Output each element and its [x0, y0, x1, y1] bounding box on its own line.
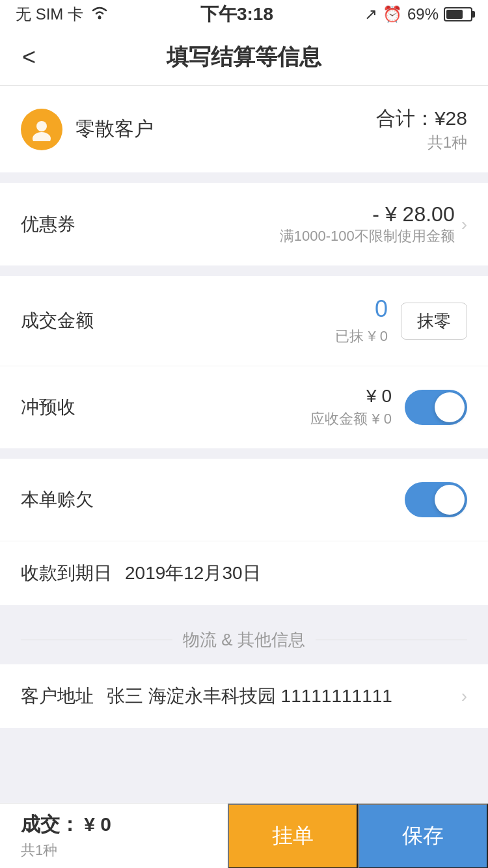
svg-point-2: [33, 132, 51, 141]
transaction-section: 成交金额 0 已抹 ¥ 0 抹零 冲预收 ¥ 0 应收金额 ¥ 0: [0, 276, 488, 448]
battery-percent: 69%: [407, 5, 439, 23]
amount-row-right: 0 已抹 ¥ 0 抹零: [335, 295, 467, 346]
address-chevron: ›: [461, 686, 467, 707]
bottom-summary: 成交： ¥ 0 共1种: [0, 811, 228, 860]
logistics-line-left: [21, 640, 172, 640]
page-title: 填写结算等信息: [167, 42, 321, 72]
pre-collection-right: ¥ 0 应收金额 ¥ 0: [310, 386, 467, 429]
coupon-label: 优惠券: [21, 212, 75, 237]
round-button[interactable]: 抹零: [401, 303, 467, 340]
alarm-icon: ⏰: [383, 5, 402, 23]
svg-point-1: [36, 121, 47, 131]
logistics-header: 物流 & 其他信息: [0, 616, 488, 664]
deal-label: 成交：: [21, 813, 79, 835]
amount-sub: 已抹 ¥ 0: [335, 327, 388, 346]
coupon-subtext: 满1000-100不限制使用金额: [280, 226, 455, 246]
coupon-discount: - ¥ 28.00: [280, 202, 455, 226]
status-bar: 无 SIM 卡 下午3:18 ↗ ⏰ 69%: [0, 0, 488, 29]
logistics-header-inner: 物流 & 其他信息: [21, 629, 467, 651]
customer-info: 零散客户: [21, 109, 154, 150]
status-time: 下午3:18: [200, 2, 273, 27]
amount-value: 0: [375, 295, 388, 323]
toggle-knob: [435, 392, 465, 422]
bottom-deal: 成交： ¥ 0: [21, 811, 207, 838]
status-right: ↗ ⏰ 69%: [364, 5, 472, 23]
total-count: 共1种: [376, 132, 467, 153]
deal-amount: ¥ 0: [84, 813, 111, 835]
hang-button[interactable]: 挂单: [228, 804, 358, 869]
amount-label: 成交金额: [21, 308, 94, 333]
pre-collection-amounts: ¥ 0 应收金额 ¥ 0: [310, 386, 392, 429]
pre-collection-toggle[interactable]: [405, 390, 467, 425]
bottom-bar: 成交： ¥ 0 共1种 挂单 保存: [0, 803, 488, 868]
coupon-chevron: ›: [461, 214, 467, 235]
status-left: 无 SIM 卡: [16, 4, 109, 25]
save-button[interactable]: 保存: [358, 804, 488, 869]
pre-collection-label: 冲预收: [21, 395, 75, 420]
debt-toggle-knob: [435, 485, 465, 515]
debt-toggle[interactable]: [405, 482, 467, 517]
due-date-value: 2019年12月30日: [125, 561, 261, 586]
back-button[interactable]: <: [16, 37, 42, 77]
total-amount: 合计：¥28: [376, 105, 467, 132]
logistics-title: 物流 & 其他信息: [183, 629, 305, 651]
customer-row: 零散客户 合计：¥28 共1种: [0, 86, 488, 172]
pre-sub: 应收金额 ¥ 0: [310, 409, 392, 429]
avatar: [21, 109, 62, 150]
address-label: 客户地址: [21, 684, 94, 709]
amount-details: 0 已抹 ¥ 0: [335, 295, 388, 346]
debt-section: 本单赊欠 收款到期日 2019年12月30日: [0, 459, 488, 605]
due-date-row: 收款到期日 2019年12月30日: [0, 541, 488, 605]
customer-right: 合计：¥28 共1种: [376, 105, 467, 153]
pre-collection-row: 冲预收 ¥ 0 应收金额 ¥ 0: [0, 366, 488, 448]
svg-point-0: [98, 16, 102, 20]
debt-label: 本单赊欠: [21, 487, 94, 512]
customer-section: 零散客户 合计：¥28 共1种: [0, 86, 488, 172]
address-value: 张三 海淀永丰科技园 11111111111: [107, 684, 461, 709]
nav-bar: < 填写结算等信息: [0, 29, 488, 86]
bottom-count: 共1种: [21, 841, 207, 860]
coupon-details: - ¥ 28.00 满1000-100不限制使用金额: [280, 202, 455, 246]
amount-row: 成交金额 0 已抹 ¥ 0 抹零: [0, 276, 488, 366]
sim-status: 无 SIM 卡: [16, 4, 83, 25]
wifi-icon: [90, 5, 109, 23]
coupon-section: 优惠券 - ¥ 28.00 满1000-100不限制使用金额 ›: [0, 183, 488, 265]
coupon-right: - ¥ 28.00 满1000-100不限制使用金额 ›: [280, 202, 467, 246]
customer-name: 零散客户: [75, 116, 154, 142]
pre-amount: ¥ 0: [310, 386, 392, 407]
battery-icon: [444, 7, 472, 21]
debt-row: 本单赊欠: [0, 459, 488, 541]
coupon-row[interactable]: 优惠券 - ¥ 28.00 满1000-100不限制使用金额 ›: [0, 183, 488, 265]
due-date-label: 收款到期日: [21, 561, 112, 586]
logistics-line-right: [316, 640, 467, 640]
location-icon: ↗: [364, 5, 377, 23]
address-row[interactable]: 客户地址 张三 海淀永丰科技园 11111111111 ›: [0, 664, 488, 728]
